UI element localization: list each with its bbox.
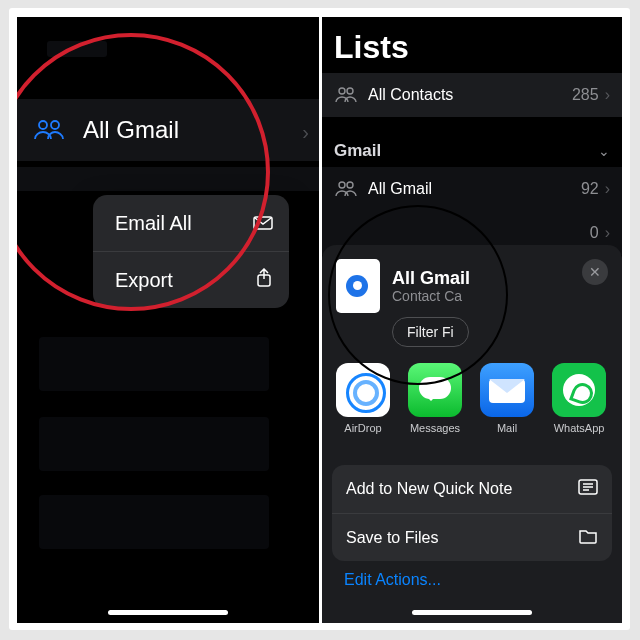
group-label: All Gmail <box>83 116 179 144</box>
edit-actions-link[interactable]: Edit Actions... <box>344 571 441 589</box>
chevron-right-icon: › <box>302 121 309 144</box>
group-all-gmail[interactable]: All Gmail › <box>17 99 319 161</box>
context-menu: Email All Export <box>93 195 289 308</box>
home-indicator <box>108 610 228 615</box>
share-sheet: All Gmail Contact Ca ✕ Filter Fi AirDrop… <box>322 245 622 623</box>
whatsapp-icon <box>552 363 606 417</box>
quick-note-icon <box>578 479 598 499</box>
share-actions: Add to New Quick Note Save to Files <box>332 465 612 561</box>
share-icon <box>255 268 273 293</box>
app-label: Mail <box>497 422 517 434</box>
action-label: Save to Files <box>346 529 438 547</box>
section-header <box>17 167 319 191</box>
share-header: All Gmail Contact Ca ✕ <box>322 245 622 321</box>
envelope-icon <box>253 212 273 235</box>
row-count: 92 <box>581 180 599 198</box>
share-apps-row: AirDrop Messages Mail WhatsApp <box>322 363 622 453</box>
close-button[interactable]: ✕ <box>582 259 608 285</box>
action-quick-note[interactable]: Add to New Quick Note <box>332 465 612 513</box>
svg-point-1 <box>51 121 59 129</box>
svg-point-5 <box>347 88 353 94</box>
obscured-content <box>39 495 269 549</box>
chevron-right-icon: › <box>605 86 610 104</box>
right-screenshot: Lists All Contacts 285 › Gmail ⌄ All Gma… <box>322 17 622 623</box>
chevron-down-icon: ⌄ <box>598 143 610 159</box>
share-subtitle: Contact Ca <box>392 288 470 304</box>
obscured-title <box>47 41 107 57</box>
chevron-right-icon: › <box>605 224 610 242</box>
share-app-whatsapp[interactable]: WhatsApp <box>552 363 606 434</box>
row-label: All Contacts <box>368 86 572 104</box>
folder-icon <box>578 528 598 548</box>
row-count: 285 <box>572 86 599 104</box>
obscured-content <box>39 337 269 391</box>
people-icon <box>334 181 358 197</box>
app-label: Messages <box>410 422 460 434</box>
people-icon <box>334 87 358 103</box>
menu-email-all[interactable]: Email All <box>93 195 289 251</box>
action-label: Add to New Quick Note <box>346 480 512 498</box>
list-group-all-gmail[interactable]: All Gmail 92 › <box>322 167 622 211</box>
page-title: Lists <box>334 29 409 66</box>
svg-point-7 <box>347 182 353 188</box>
filter-chip-label: Filter Fi <box>407 324 454 340</box>
app-label: AirDrop <box>344 422 381 434</box>
share-app-mail[interactable]: Mail <box>480 363 534 434</box>
app-label: WhatsApp <box>554 422 605 434</box>
left-screenshot: All Gmail › Email All Export <box>17 17 319 623</box>
share-title: All Gmail <box>392 268 470 288</box>
home-indicator <box>412 610 532 615</box>
obscured-content <box>39 417 269 471</box>
people-icon <box>33 119 67 141</box>
mail-icon <box>480 363 534 417</box>
svg-point-0 <box>39 121 47 129</box>
svg-point-4 <box>339 88 345 94</box>
row-label: All Gmail <box>368 180 581 198</box>
filter-chip[interactable]: Filter Fi <box>392 317 469 347</box>
menu-label: Export <box>115 269 173 292</box>
chevron-right-icon: › <box>605 180 610 198</box>
list-all-contacts[interactable]: All Contacts 285 › <box>322 73 622 117</box>
airdrop-icon <box>336 363 390 417</box>
svg-point-6 <box>339 182 345 188</box>
messages-icon <box>408 363 462 417</box>
action-save-to-files[interactable]: Save to Files <box>332 513 612 561</box>
menu-label: Email All <box>115 212 192 235</box>
menu-export[interactable]: Export <box>93 252 289 308</box>
share-app-airdrop[interactable]: AirDrop <box>336 363 390 434</box>
share-app-messages[interactable]: Messages <box>408 363 462 434</box>
row-count: 0 <box>590 224 599 242</box>
section-label: Gmail <box>334 141 598 161</box>
vcard-file-icon <box>336 259 380 313</box>
